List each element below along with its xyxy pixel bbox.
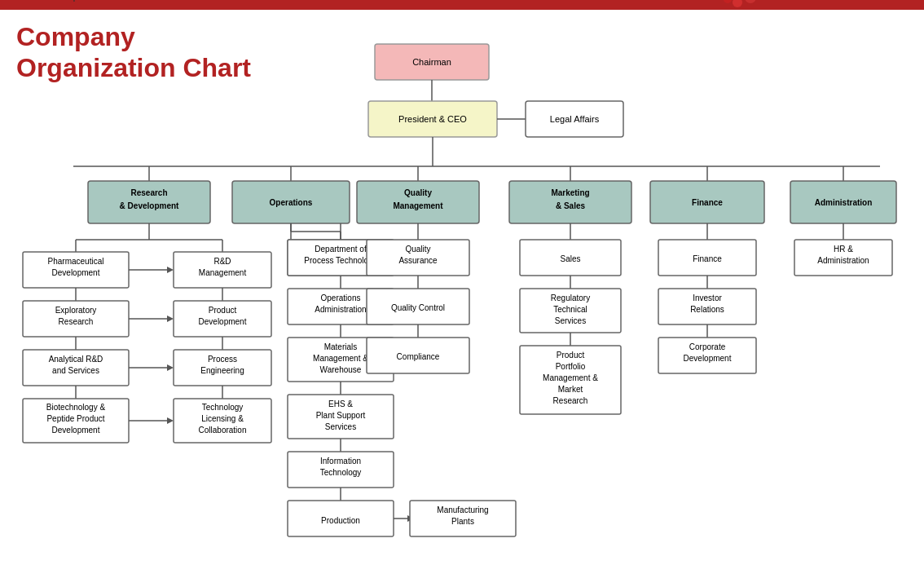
svg-text:Services: Services	[325, 422, 356, 431]
svg-text:Development: Development	[52, 426, 100, 435]
svg-text:& Development: & Development	[120, 201, 179, 210]
svg-marker-48	[167, 316, 174, 322]
svg-text:Development: Development	[199, 317, 247, 326]
svg-text:Sales: Sales	[560, 254, 580, 263]
svg-text:Management: Management	[199, 268, 247, 277]
svg-text:R&D: R&D	[213, 257, 231, 266]
svg-text:Research: Research	[59, 317, 94, 326]
svg-text:Technical: Technical	[553, 305, 587, 314]
updated-date: Updated: 2012/08/20	[65, 0, 164, 2]
svg-text:Finance: Finance	[693, 254, 722, 263]
svg-text:Pharmaceutical: Pharmaceutical	[48, 257, 104, 266]
svg-text:Quality: Quality	[404, 188, 432, 197]
svg-text:Research: Research	[553, 396, 588, 405]
svg-point-150	[733, 0, 742, 7]
svg-text:Finance: Finance	[692, 198, 723, 207]
svg-text:Collaboration: Collaboration	[199, 426, 247, 435]
svg-text:Management &: Management &	[313, 354, 368, 363]
svg-text:Exploratory: Exploratory	[55, 306, 97, 315]
svg-text:Portfolio: Portfolio	[556, 362, 586, 371]
svg-text:Development: Development	[52, 268, 100, 277]
svg-text:Assurance: Assurance	[398, 256, 438, 265]
logo-text: ScinoPharm	[771, 0, 875, 2]
svg-text:Administration: Administration	[315, 305, 366, 314]
svg-marker-52	[167, 417, 174, 424]
svg-text:Investor: Investor	[693, 294, 722, 302]
svg-text:Product: Product	[209, 306, 237, 315]
svg-text:Administration: Administration	[817, 256, 869, 265]
svg-text:Management &: Management &	[543, 373, 598, 382]
svg-text:Management: Management	[393, 201, 443, 210]
svg-text:Compliance: Compliance	[397, 352, 440, 361]
org-chart: .box { fill: white; stroke: #666; stroke…	[0, 20, 924, 587]
svg-text:Quality: Quality	[405, 245, 430, 254]
svg-text:Process: Process	[208, 355, 237, 364]
svg-point-149	[745, 0, 756, 3]
svg-text:Analytical R&D: Analytical R&D	[49, 355, 103, 364]
svg-text:& Sales: & Sales	[556, 201, 586, 210]
svg-text:Development: Development	[684, 354, 732, 363]
svg-text:Plant Support: Plant Support	[316, 411, 366, 420]
svg-marker-46	[167, 267, 174, 273]
logo-icon	[719, 0, 764, 10]
svg-point-151	[724, 0, 732, 3]
svg-text:Quality Control: Quality Control	[391, 303, 445, 312]
svg-text:Technology: Technology	[320, 468, 362, 477]
svg-text:Operations: Operations	[270, 198, 313, 207]
svg-text:Technology: Technology	[202, 403, 244, 412]
svg-text:Services: Services	[555, 316, 586, 325]
svg-text:Peptide Product: Peptide Product	[46, 414, 104, 423]
svg-text:Materials: Materials	[324, 342, 358, 351]
svg-text:Operations: Operations	[321, 294, 361, 302]
svg-text:Regulatory: Regulatory	[551, 294, 590, 302]
svg-text:Engineering: Engineering	[200, 366, 244, 375]
svg-text:EHS &: EHS &	[328, 399, 353, 408]
svg-text:Marketing: Marketing	[551, 188, 589, 197]
svg-text:Plants: Plants	[451, 517, 474, 526]
svg-text:Product: Product	[557, 351, 585, 360]
svg-text:Manufacturing: Manufacturing	[437, 505, 488, 514]
svg-text:Biotechnology &: Biotechnology &	[46, 403, 106, 412]
svg-text:Department of: Department of	[315, 245, 367, 254]
legal-affairs-label: Legal Affairs	[550, 114, 600, 124]
chairman-label: Chairman	[412, 57, 451, 67]
president-label: President & CEO	[398, 114, 467, 124]
svg-text:Production: Production	[321, 516, 360, 525]
svg-text:and Services: and Services	[52, 366, 99, 375]
content: Company Organization Chart .box { fill: …	[0, 10, 924, 26]
svg-text:Research: Research	[130, 188, 167, 197]
svg-text:Licensing &: Licensing &	[201, 414, 244, 423]
svg-text:HR &: HR &	[834, 245, 853, 254]
svg-text:Warehouse: Warehouse	[320, 365, 362, 374]
svg-text:Corporate: Corporate	[689, 342, 726, 351]
svg-marker-50	[167, 364, 174, 371]
svg-text:Information: Information	[320, 457, 361, 466]
svg-text:Market: Market	[558, 385, 583, 394]
svg-text:Administration: Administration	[815, 198, 873, 207]
logo-area: ScinoPharm	[719, 0, 875, 10]
svg-text:Relations: Relations	[690, 305, 724, 314]
